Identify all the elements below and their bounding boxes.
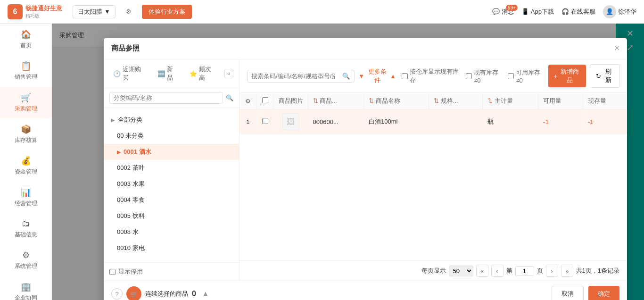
category-item-0002[interactable]: 0002 茶叶 [104,160,239,176]
user-avatar[interactable]: 👤 徐泽华 [603,5,636,18]
right-panel: 🔍 ▼ 更多条件 ▲ 按仓库显示现有库存 [239,59,627,281]
sidebar-item-sales[interactable]: 📋 销售管理 [0,55,51,87]
sidebar-item-operations[interactable]: 📊 经营管理 [0,182,51,213]
sidebar-item-finance[interactable]: 💰 资金管理 [0,150,51,182]
top-nav: 6 畅捷通好生意 精巧版 日太阳膜 ▼ ⚙ 体验行业方案 💬 消息 99+ 📱 … [0,0,644,24]
operations-icon: 📊 [21,187,31,198]
avatar: 👤 [603,5,616,18]
logo-text: 畅捷通好生意 精巧版 [25,4,62,19]
category-item-00[interactable]: 00 未分类 [104,128,239,144]
row-image: 🖼 [273,109,308,134]
per-page-select[interactable]: 50 20 100 [449,266,473,276]
category-item-0004[interactable]: 0004 零食 [104,192,239,208]
table-header-row: ⚙ 商品图片 ⇅ 商品... [239,93,627,109]
row-spec [429,109,483,134]
sort-code-icon[interactable]: ⇅ [313,97,318,104]
filter-icon: ▼ [358,73,364,80]
collapse-cart-icon[interactable]: ▲ [202,290,209,298]
cart-area: ? 🛒 连续选择的商品 0 ▲ [111,286,209,300]
sidebar: 🏠 首页 📋 销售管理 🛒 采购管理 📦 库存核算 💰 资金管理 📊 经营管理 … [0,24,52,300]
category-item-0001[interactable]: ▶ 0001 酒水 [104,144,239,160]
sidebar-item-home[interactable]: 🏠 首页 [0,24,51,55]
product-search-button[interactable]: 🔍 [339,71,354,82]
sidebar-item-system[interactable]: ⚙ 系统管理 [0,244,51,276]
logo-icon: 6 [8,4,23,19]
cancel-button[interactable]: 取消 [552,286,584,300]
product-search-input[interactable] [248,70,339,82]
row-unit: 瓶 [483,109,538,134]
col-available: 可用量 [538,93,583,109]
cart-button[interactable]: 🛒 [126,286,141,300]
category-search-icon[interactable]: 🔍 [226,94,233,101]
modal-header: 商品参照 × [104,38,627,59]
page-last-button[interactable]: » [561,265,573,277]
finance-icon: 💰 [21,156,31,166]
content-area: 采购管理 查询 刷新 设置 ✕ ⤢ 商品参照 × [52,24,644,300]
purchase-icon: 🛒 [21,92,31,103]
confirm-button[interactable]: 确定 [588,286,619,300]
product-table-area: ⚙ 商品图片 ⇅ 商品... [239,93,627,260]
message-badge: 99+ [506,5,518,11]
collapse-panel-button[interactable]: « [224,69,233,78]
display-disabled-checkbox[interactable] [109,269,116,275]
app-download-button[interactable]: 📱 App下载 [521,8,554,16]
message-button[interactable]: 💬 消息 99+ [492,8,514,16]
nonzero-stock-checkbox[interactable]: 现有库存≠0 [466,68,502,84]
modal-overlay: 商品参照 × 🕐 近期购买 🆕 [52,24,644,300]
category-search-area: 🔍 [104,88,239,108]
category-item-all[interactable]: ▶ 全部分类 [104,112,239,128]
refresh-button[interactable]: ↻ 刷新 [590,64,619,88]
service-button[interactable]: 🎧 在线客服 [561,8,595,16]
trial-button[interactable]: 体验行业方案 [142,5,192,19]
product-reference-modal: 商品参照 × 🕐 近期购买 🆕 [104,38,627,300]
plus-icon: + [554,73,558,80]
sort-unit-icon[interactable]: ⇅ [487,97,493,104]
sidebar-item-inventory[interactable]: 📦 库存核算 [0,118,51,150]
category-item-0003[interactable]: 0003 水果 [104,176,239,192]
category-search-input[interactable] [109,92,223,104]
col-unit: ⇅ 主计量 [483,93,538,109]
store-selector[interactable]: 日太阳膜 ▼ [73,5,116,18]
sidebar-item-purchase[interactable]: 🛒 采购管理 [0,87,51,118]
sidebar-item-basic[interactable]: 🗂 基础信息 [0,213,51,244]
recent-icon: 🕐 [113,70,121,77]
category-item-0010[interactable]: 0010 家电 [104,240,239,256]
enterprise-icon: 🏢 [21,282,31,292]
modal-close-button[interactable]: × [614,43,619,53]
page-number-input[interactable] [515,266,534,276]
help-icon[interactable]: ? [111,288,123,300]
row-current: -1 [583,109,627,134]
inventory-icon: 📦 [21,124,31,134]
select-all-checkbox[interactable] [262,97,268,103]
more-filter-button[interactable]: ▼ 更多条件 ▲ [358,67,396,84]
page-first-button[interactable]: « [476,265,488,277]
search-toolbar: 🔍 ▼ 更多条件 ▲ 按仓库显示现有库存 [239,59,627,93]
modal-body: 🕐 近期购买 🆕 新品 ⭐ 频次高 « [104,59,627,281]
filter-checkboxes: 按仓库显示现有库存 现有库存≠0 可用库存≠0 [402,67,544,84]
sort-name-icon[interactable]: ⇅ [369,97,374,104]
gear-button[interactable]: ⚙ [121,4,136,19]
warehouse-stock-checkbox[interactable]: 按仓库显示现有库存 [402,67,460,84]
add-product-button[interactable]: + 新增商品 [548,65,586,87]
tab-new[interactable]: 🆕 新品 [154,63,182,84]
category-item-0008[interactable]: 0008 水 [104,224,239,240]
sort-spec-icon[interactable]: ⇅ [434,97,439,104]
col-spec: ⇅ 规格... [429,93,483,109]
table-row[interactable]: 1 🖼 000600... 白酒100ml [239,109,627,134]
left-tabs: 🕐 近期购买 🆕 新品 ⭐ 频次高 « [104,59,239,88]
page-next-button[interactable]: › [546,265,558,277]
system-icon: ⚙ [22,250,30,260]
tab-recent[interactable]: 🕐 近期购买 [109,63,150,84]
tab-frequent[interactable]: ⭐ 频次高 [186,63,220,84]
row-code: 000600... [308,109,364,134]
all-expand-icon: ▶ [111,117,115,123]
row-checkbox[interactable] [262,118,268,124]
footer-actions: 取消 确定 [552,286,619,300]
left-panel: 🕐 近期购买 🆕 新品 ⭐ 频次高 « [104,59,239,281]
nonzero-available-checkbox[interactable]: 可用库存≠0 [508,68,544,84]
sidebar-item-enterprise[interactable]: 🏢 企业协同 [0,276,51,300]
category-item-0005[interactable]: 0005 饮料 [104,208,239,224]
page-prev-button[interactable]: ‹ [491,265,504,277]
settings-icon[interactable]: ⚙ [245,98,251,105]
col-code: ⇅ 商品... [308,93,364,109]
